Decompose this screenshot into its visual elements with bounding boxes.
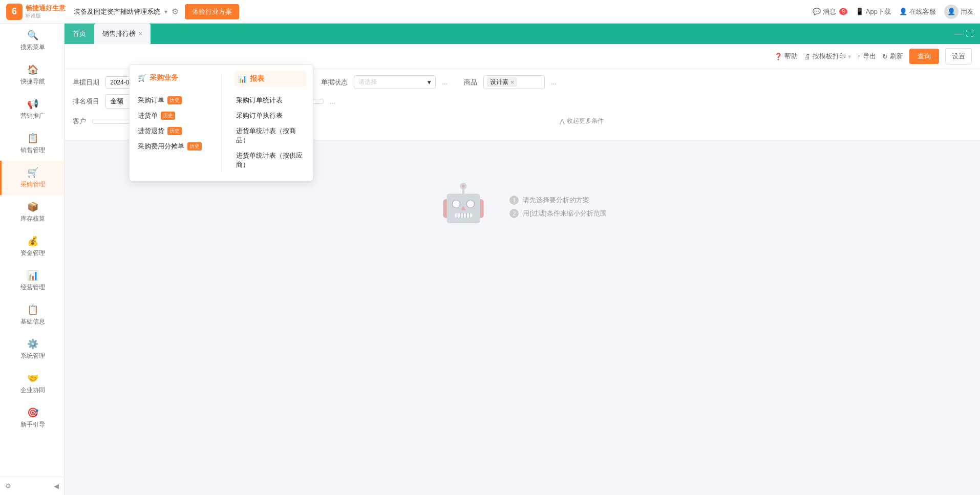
refresh-btn[interactable]: ↻ 刷新 [882,52,903,61]
hint-num-2: 2 [509,209,519,218]
empty-content: 🤖 1 请先选择要分析的方案 2 用[过滤]条件来缩小分析范围 [438,181,606,232]
sidebar-item-marketing[interactable]: 📢 营销推广 [0,92,64,126]
headset-icon: 👤 [899,8,907,15]
purchase-icon: 🛒 [27,167,38,178]
sidebar-item-inventory[interactable]: 📦 库存核算 [0,195,64,229]
logo-label: 标准版 [26,12,66,19]
tab-home[interactable]: 首页 [65,24,94,44]
content-area: 首页 销售排行榜 × — ⛶ ❓ 帮助 [65,24,980,495]
menu-item-receipt-stat-supplier[interactable]: 进货单统计表（按供应商） [236,148,305,173]
user-area[interactable]: 👤 用友 [944,5,974,19]
report-section-label: 报表 [250,74,264,83]
message-badge: 9 [839,8,847,15]
report-section: 📊 报表 采购订单统计表 采购订单执行表 进货单统计表（按商品） [236,73,305,173]
tab-actions: — ⛶ [954,29,980,38]
sidebar-item-purchase[interactable]: 🛒 采购管理 [0,161,64,195]
menu-item-return-label: 进货退货 [138,126,164,136]
online-service-btn[interactable]: 👤 在线客服 [899,7,936,16]
tab-maximize-icon[interactable]: ⛶ [966,29,974,38]
tab-minimize-icon[interactable]: — [954,29,963,38]
search-icon: 🔍 [27,30,38,41]
goods-tag-close[interactable]: × [510,79,514,86]
salesman-dots[interactable]: ... [330,98,335,105]
menu-item-purchase-order-exec[interactable]: 采购订单执行表 [236,108,305,123]
menu-item-receipt[interactable]: 进货单 历史 [138,108,207,123]
sidebar-item-basic[interactable]: 📋 基础信息 [0,298,64,332]
sidebar-label-purchase: 采购管理 [20,180,45,189]
message-btn[interactable]: 💬 消息 9 [813,7,847,16]
status-dots[interactable]: ... [442,78,448,86]
rank-value: 金额 [110,97,123,106]
goods-dots[interactable]: ... [551,78,557,86]
message-label: 消息 [823,7,836,16]
user-avatar: 👤 [944,5,958,19]
export-btn[interactable]: ↑ 导出 [858,52,877,61]
hint-num-1: 1 [509,196,519,205]
menu-item-receipt-stat-supplier-label: 进货单统计表（按供应商） [236,151,305,169]
logo-area: 6 畅捷通好生意 标准版 [6,4,66,20]
purchase-dropdown-menu: 🛒 采购业务 采购订单 历史 进货单 历史 进货退货 [129,64,313,181]
sidebar-item-sales[interactable]: 📋 销售管理 [0,126,64,161]
home-icon: 🏠 [27,64,38,75]
purchase-order-history-badge: 历史 [167,96,182,104]
sidebar-item-quicknav[interactable]: 🏠 快捷导航 [0,58,64,92]
status-select[interactable]: 请选择 ▾ [354,75,436,89]
menu-item-purchase-order-stat[interactable]: 采购订单统计表 [236,93,305,108]
status-label: 单据状态 [321,78,348,87]
purchase-section-label: 采购业务 [150,73,178,82]
hint-text-1: 请先选择要分析的方案 [523,196,589,205]
print-template-btn[interactable]: 🖨 按模板打印 ▾ [804,52,851,61]
menu-item-receipt-stat-goods[interactable]: 进货单统计表（按商品） [236,123,305,148]
menu-item-purchase-order[interactable]: 采购订单 历史 [138,93,207,108]
app-download-btn[interactable]: 📱 App下载 [856,7,891,16]
status-placeholder: 请选择 [358,78,377,87]
cooperation-icon: 🤝 [27,373,38,384]
sidebar-item-guide[interactable]: 🎯 新手引导 [0,401,64,435]
query-button[interactable]: 查询 [909,49,939,64]
menu-item-purchase-order-label: 采购订单 [138,96,164,105]
collapse-button[interactable]: ⋀ 收起更多条件 [557,114,607,128]
tab-sales-rank[interactable]: 销售排行榜 × [94,24,151,44]
system-name: 装备及固定资产辅助管理系统 [74,7,160,16]
dropdown-arrow-icon[interactable]: ▾ [164,8,167,15]
print-icon: 🖨 [804,53,811,60]
settings-button[interactable]: 设置 [945,48,972,64]
help-label: 帮助 [784,52,798,61]
sales-icon: 📋 [27,133,38,144]
menu-item-purchase-order-exec-label: 采购订单执行表 [236,111,283,120]
settings-icon[interactable]: ⚙ [172,7,179,16]
marketing-icon: 📢 [27,98,38,110]
tab-sales-rank-label: 销售排行榜 [102,29,136,38]
help-icon: ❓ [774,53,782,60]
empty-illustration: 🤖 [438,181,489,232]
menu-item-receipt-label: 进货单 [138,111,158,120]
tab-close-icon[interactable]: × [139,30,142,37]
menu-item-return[interactable]: 进货退货 历史 [138,123,207,139]
sidebar: 🔍 搜索菜单 🏠 快捷导航 📢 营销推广 📋 销售管理 🛒 采购管理 📦 [0,24,65,495]
empty-hint-1: 1 请先选择要分析的方案 [509,196,606,205]
sidebar-item-system[interactable]: ⚙️ 系统管理 [0,332,64,367]
goods-label: 商品 [464,78,477,87]
sidebar-item-finance[interactable]: 💰 资金管理 [0,229,64,264]
menu-item-expense[interactable]: 采购费用分摊单 历史 [138,139,207,154]
sidebar-settings-icon[interactable]: ⚙ [5,482,11,490]
goods-input[interactable]: 设计素 × [483,75,545,89]
status-dropdown-icon: ▾ [428,78,431,86]
trial-button[interactable]: 体验行业方案 [185,4,239,19]
sidebar-bottom: ⚙ ◀ [0,477,64,495]
app-download-label: App下载 [866,7,891,16]
message-icon: 💬 [813,8,821,15]
user-name: 用友 [961,7,974,16]
tab-home-label: 首页 [73,29,86,38]
sidebar-label-finance: 资金管理 [20,249,45,257]
sidebar-item-cooperation[interactable]: 🤝 企业协同 [0,367,64,401]
sidebar-item-operation[interactable]: 📊 经营管理 [0,264,64,298]
help-btn[interactable]: ❓ 帮助 [774,52,798,61]
sidebar-collapse-icon[interactable]: ◀ [54,482,59,490]
sidebar-label-sales: 销售管理 [20,146,45,155]
refresh-label: 刷新 [890,52,903,61]
collapse-up-icon: ⋀ [560,118,565,125]
collapse-label: 收起更多条件 [567,117,604,125]
sidebar-item-search[interactable]: 🔍 搜索菜单 [0,24,64,58]
logo-title: 畅捷通好生意 [26,4,66,13]
